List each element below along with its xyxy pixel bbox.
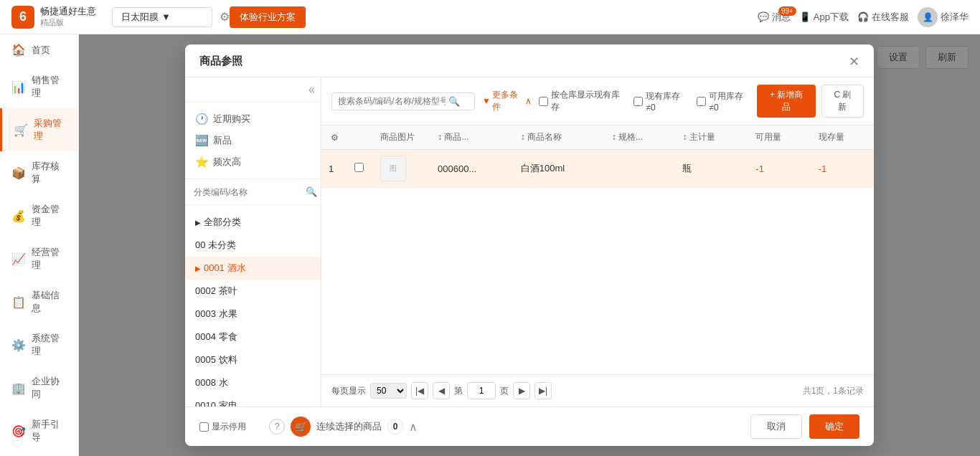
sidebar-item-basic[interactable]: 📋 基础信息 [0,280,78,323]
sidebar-item-operation[interactable]: 📈 经营管理 [0,237,78,280]
sidebar-item-purchase[interactable]: 🛒 采购管理 [0,108,78,151]
last-page-button[interactable]: ▶| [534,382,552,399]
warehouse-stock-check[interactable] [539,97,548,106]
filter-actions: + 新增商品 C 刷新 [757,85,864,118]
header-actions: 💬 消息 99+ 📱 App下载 🎧 在线客服 👤 徐泽华 [758,7,969,27]
table-body: 1 图 000600... 白酒100ml [321,150,874,188]
cat-0008-label: 0008 水 [195,376,228,389]
sidebar-item-apps[interactable]: 📱 应用中心 [0,452,78,456]
sidebar-item-finance[interactable]: 💰 资金管理 [0,194,78,237]
sidebar-label-home: 首页 [32,44,50,57]
recent-purchase-filter[interactable]: 🕐 近期购买 [185,108,321,130]
th-image: 商品图片 [373,125,430,150]
available-stock-checkbox[interactable]: 可用库存≠0 [697,90,750,113]
th-unit[interactable]: ↕ 主计量 [675,125,748,150]
user-item[interactable]: 👤 徐泽华 [918,7,969,27]
filter-more-btn[interactable]: ▼ 更多条件 ∧ [482,89,532,113]
show-disabled-check[interactable] [199,422,209,432]
category-item-0005[interactable]: 0005 饮料 [185,348,321,371]
modal-body: « 🕐 近期购买 🆕 新品 ⭐ 频次高 [185,77,874,407]
product-search-wrap: 🔍 [331,92,475,110]
collapse-button[interactable]: « [185,77,321,103]
page-size-label: 每页显示 [331,385,366,397]
th-check [347,125,373,150]
add-product-button[interactable]: + 新增商品 [757,85,816,118]
th-name[interactable]: ↕ 商品名称 [514,125,605,150]
gear-icon[interactable]: ⚙ [220,10,230,24]
sales-icon: 📊 [11,80,26,94]
message-icon-item[interactable]: 💬 消息 99+ [758,11,791,24]
sidebar-item-sales[interactable]: 📊 销售管理 [0,65,78,108]
table-row[interactable]: 1 图 000600... 白酒100ml [321,150,874,188]
modal-overlay: 商品参照 ✕ « 🕐 近期购买 🆕 新品 [79,34,980,456]
help-icon[interactable]: ? [269,419,285,434]
row-checkbox[interactable] [354,163,364,172]
page-unit: 页 [500,385,509,397]
first-page-button[interactable]: |◀ [411,382,428,399]
category-search-input[interactable] [194,187,301,197]
cat-0004-label: 0004 零食 [195,331,237,343]
sidebar-item-enterprise[interactable]: 🏢 企业协同 [0,366,78,409]
sidebar-item-inventory[interactable]: 📦 库存核算 [0,151,78,194]
category-item-00[interactable]: 00 未分类 [185,234,321,257]
show-disabled-label[interactable]: 显示停用 [199,421,246,433]
store-selector[interactable]: 日太阳膜 ▼ [112,7,212,27]
sidebar-label-inventory: 库存核算 [32,160,67,186]
cart-icon[interactable]: 🛒 [291,417,311,437]
new-label: 新品 [213,134,232,147]
cell-image: 图 [373,150,430,188]
filter-checkboxes: 按仓库显示现有库存 现有库存≠0 可用库存≠0 [539,89,750,113]
all-categories-item[interactable]: ▶ 全部分类 [185,211,321,234]
current-stock-label: 现有库存≠0 [646,90,687,113]
page-size-select[interactable]: 50 10 20 100 [370,383,407,399]
th-settings[interactable]: ⚙ [321,125,347,150]
sidebar-item-guide[interactable]: 🎯 新手引导 [0,409,78,452]
cell-unit: 瓶 [675,150,748,188]
sidebar-item-system[interactable]: ⚙️ 系统管理 [0,323,78,366]
recent-icon: 🕐 [195,113,209,125]
current-stock-check[interactable] [633,97,643,106]
warehouse-stock-label: 按仓库显示现有库存 [551,89,623,113]
product-table: ⚙ 商品图片 ↕ 商品... ↕ 商品名称 [321,125,874,374]
sidebar-label-enterprise: 企业协同 [32,375,67,401]
pagination: 每页显示 50 10 20 100 |◀ ◀ 第 页 ▶ ▶| [321,374,874,407]
category-item-0001[interactable]: ▶ 0001 酒水 [185,257,321,280]
cell-num: 1 [321,150,347,188]
trial-button[interactable]: 体验行业方案 [230,6,306,28]
cart-label: 连续选择的商品 [316,420,382,433]
new-product-filter[interactable]: 🆕 新品 [185,130,321,151]
modal-close-button[interactable]: ✕ [849,55,859,68]
high-freq-filter[interactable]: ⭐ 频次高 [185,151,321,173]
logo-icon: 6 [11,6,34,29]
refresh-button[interactable]: C 刷新 [821,85,864,118]
current-stock-checkbox[interactable]: 现有库存≠0 [633,90,687,113]
prev-page-button[interactable]: ◀ [433,382,450,399]
cart-collapse-icon[interactable]: ∧ [409,420,418,434]
available-stock-check[interactable] [697,97,706,106]
sidebar-label-guide: 新手引导 [32,418,67,444]
product-search-input[interactable] [338,96,446,106]
cell-check[interactable] [347,150,373,188]
cancel-button[interactable]: 取消 [750,414,802,439]
warehouse-stock-checkbox[interactable]: 按仓库显示现有库存 [539,89,623,113]
confirm-button[interactable]: 确定 [809,414,859,439]
category-item-0010[interactable]: 0010 家电 [185,394,321,407]
cell-available: -1 [748,150,811,188]
next-page-button[interactable]: ▶ [513,382,530,399]
th-spec[interactable]: ↕ 规格... [605,125,676,150]
category-item-0004[interactable]: 0004 零食 [185,326,321,348]
online-service-item[interactable]: 🎧 在线客服 [857,11,909,24]
category-item-0003[interactable]: 0003 水果 [185,303,321,326]
product-search-icon[interactable]: 🔍 [448,96,460,107]
basic-icon: 📋 [11,295,26,309]
cart-section: ? 🛒 连续选择的商品 0 ∧ [269,417,418,437]
modal-title: 商品参照 [199,54,242,68]
page-number-input[interactable] [467,382,496,399]
sidebar-item-home[interactable]: 🏠 首页 [0,34,78,65]
th-code[interactable]: ↕ 商品... [430,125,514,150]
category-search-icon[interactable]: 🔍 [306,186,317,197]
app-download-item[interactable]: 📱 App下载 [799,11,849,24]
category-item-0008[interactable]: 0008 水 [185,371,321,394]
operation-icon: 📈 [11,252,26,266]
category-item-0002[interactable]: 0002 茶叶 [185,280,321,303]
